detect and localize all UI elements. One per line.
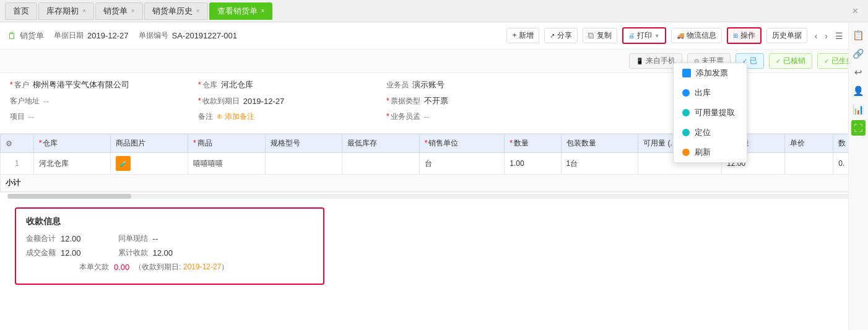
row-img: 🧪	[111, 153, 188, 175]
print-button[interactable]: 🖨 打印 ▼	[622, 27, 666, 44]
tab-inventory-close[interactable]: ×	[82, 7, 86, 14]
tab-bar: 首页 库存期初 × 销货单 × 销货单历史 × 查看销货单 × ×	[0, 0, 868, 22]
add-note-btn[interactable]: 添加备注	[217, 111, 254, 122]
ticket-value: 不开票	[424, 95, 448, 106]
tab-sales-history[interactable]: 销货单历史 ×	[144, 2, 208, 20]
right-icon-return[interactable]: ↩	[852, 64, 865, 80]
owed-label: 本单欠款	[79, 262, 109, 272]
row-pack: 1台	[561, 153, 638, 175]
history-button[interactable]: 历史单据	[766, 28, 807, 43]
col-min-stock: 最低库存	[342, 134, 420, 153]
staff-value: 演示账号	[412, 79, 445, 90]
operations-dropdown: 添加发票 出库 可用量提取 定位 刷新	[673, 63, 747, 163]
from-phone-label: 来自手机	[646, 56, 675, 66]
scroll-thumb[interactable]	[7, 194, 131, 199]
add-button[interactable]: + 新增	[506, 28, 539, 43]
row-num: 1	[1, 153, 34, 175]
tab-sales-order[interactable]: 销货单 ×	[95, 2, 143, 20]
nav-prev[interactable]: ‹	[812, 30, 820, 42]
tab-home-label: 首页	[13, 6, 29, 17]
staff-label: 业务员	[386, 80, 409, 90]
menu-available-qty[interactable]: 可用量提取	[674, 103, 747, 123]
main-content: 🗒 销货单 单据日期 2019-12-27 单据编号 SA-20191227-0…	[0, 22, 868, 330]
owed-due-date: 2019-12-27	[183, 263, 221, 271]
view-single[interactable]: ☰	[833, 30, 846, 42]
customer-value: 柳州粤港平安气体有限公司	[33, 79, 129, 90]
share-button[interactable]: ↗ 分享	[544, 28, 578, 43]
menu-refresh[interactable]: 刷新	[674, 142, 747, 162]
logistics-button[interactable]: 🚚 物流信息	[671, 28, 722, 43]
menu-add-invoice[interactable]: 添加发票	[674, 63, 747, 83]
print-label: 打印	[637, 30, 652, 41]
tab-home[interactable]: 首页	[5, 2, 37, 20]
tab-sales-close[interactable]: ×	[131, 7, 135, 14]
window-close-btn[interactable]: ×	[848, 6, 863, 17]
right-icon-doc[interactable]: 📋	[850, 27, 867, 43]
right-icon-user[interactable]: 👤	[850, 83, 867, 99]
cancel-btn[interactable]: ✓ 已核销	[769, 53, 812, 69]
right-icon-expand[interactable]: ⛶	[851, 120, 866, 136]
menu-outbound[interactable]: 出库	[674, 83, 747, 103]
info-row-1: 金额合计 12.00 同单现结 --	[26, 233, 313, 244]
doc-number-label: 单据编号	[139, 30, 168, 41]
tab-view-close[interactable]: ×	[261, 7, 265, 14]
owed-due: （收款到期日: 2019-12-27）	[134, 262, 228, 272]
add-label: + 新增	[512, 30, 533, 41]
tab-view-sales[interactable]: 查看销货单 ×	[209, 2, 273, 20]
doc-type-label: 销货单	[20, 30, 44, 41]
transaction-label: 成交金额	[26, 248, 56, 258]
refresh-label: 刷新	[695, 147, 711, 158]
cumulative-value: 12.00	[153, 248, 173, 258]
doc-date-item: 单据日期 2019-12-27	[54, 30, 129, 41]
right-icon-link[interactable]: 🔗	[850, 46, 867, 62]
same-order-item: 同单现结 --	[118, 233, 158, 244]
payment-info-title: 收款信息	[26, 216, 313, 227]
col-price: 单价	[784, 134, 833, 153]
product-image: 🧪	[116, 156, 131, 171]
history-label: 历史单据	[772, 30, 802, 41]
operations-button[interactable]: ⊞ 操作	[727, 27, 762, 44]
settings-icon[interactable]: ⚙	[6, 139, 12, 148]
copy-button[interactable]: ⿻ 复制	[583, 28, 617, 43]
staff2-field: 业务员孟 --	[386, 111, 510, 122]
locate-label: 定位	[695, 127, 711, 138]
locate-icon	[682, 129, 690, 136]
same-order-label: 同单现结	[118, 233, 148, 244]
info-row-3: 本单欠款 0.00 （收款到期日: 2019-12-27）	[26, 262, 313, 272]
row-unit: 台	[419, 153, 504, 175]
warehouse-label: 仓库	[198, 80, 217, 90]
row-warehouse: 河北仓库	[33, 153, 111, 175]
doc-number-item: 单据编号 SA-20191227-001	[139, 30, 238, 41]
tab-inventory-label: 库存期初	[46, 6, 79, 17]
warehouse-value: 河北仓库	[221, 79, 253, 90]
tab-history-label: 销货单历史	[152, 6, 193, 17]
cumulative-item: 累计收款 12.00	[118, 248, 173, 258]
doc-type-icon: 🗒	[7, 31, 16, 41]
cumulative-label: 累计收款	[118, 248, 148, 258]
table-scrollbar[interactable]	[7, 194, 861, 199]
col-qty: 数量	[505, 134, 561, 153]
address-label: 客户地址	[10, 96, 40, 106]
row-spec	[265, 153, 342, 175]
available-qty-label: 可用量提取	[695, 107, 735, 118]
menu-locate[interactable]: 定位	[674, 123, 747, 142]
payment-date-label: 收款到期日	[198, 96, 240, 106]
tab-sales-label: 销货单	[103, 6, 128, 17]
subtotal-row: 小计	[1, 175, 868, 192]
right-icon-chart[interactable]: 📊	[850, 102, 867, 118]
transaction-value: 12.00	[61, 248, 81, 258]
project-value: --	[28, 112, 34, 121]
logistics-label: 物流信息	[687, 30, 716, 41]
doc-number-value: SA-20191227-001	[172, 31, 238, 40]
bottom-section: 收款信息 金额合计 12.00 同单现结 -- 成交金额 12.00	[0, 200, 868, 292]
info-row-2: 成交金额 12.00 累计收款 12.00	[26, 248, 313, 258]
tab-inventory-init[interactable]: 库存期初 ×	[38, 2, 94, 20]
nav-next[interactable]: ›	[822, 30, 830, 42]
ticket-field: 票据类型 不开票	[386, 95, 510, 106]
payment-info-box: 收款信息 金额合计 12.00 同单现结 -- 成交金额 12.00	[15, 207, 324, 285]
row-min-stock	[342, 153, 420, 175]
col-settings[interactable]: ⚙	[1, 134, 34, 153]
address-value: --	[43, 97, 49, 106]
col-product: 商品	[188, 134, 265, 153]
tab-history-close[interactable]: ×	[196, 7, 200, 14]
